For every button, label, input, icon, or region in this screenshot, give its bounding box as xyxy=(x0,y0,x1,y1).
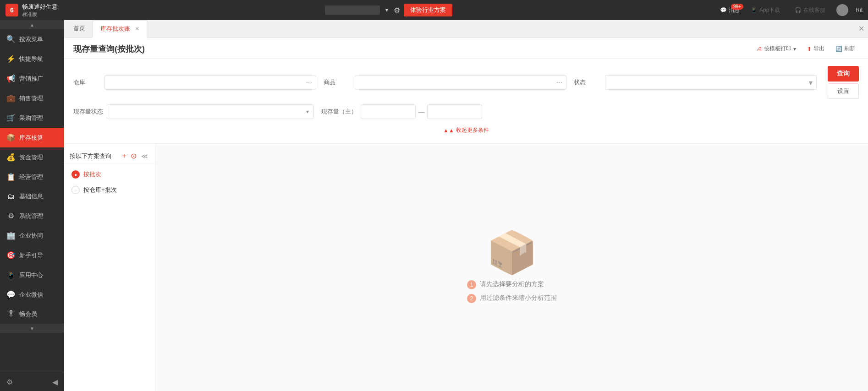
sidebar-scroll-up[interactable]: ▲ xyxy=(0,20,64,29)
sidebar-item-basic[interactable]: 🗂 基础信息 xyxy=(0,187,64,206)
status-input[interactable] xyxy=(605,77,805,88)
product-label: 商品 xyxy=(324,78,351,87)
step-1-num: 1 xyxy=(467,280,476,289)
sidebar-item-finance[interactable]: 💰 资金管理 xyxy=(0,147,64,167)
breadcrumb-input[interactable] xyxy=(325,5,380,15)
avatar[interactable] xyxy=(836,4,848,16)
sidebar-item-purchase[interactable]: 🛒 采购管理 xyxy=(0,108,64,128)
stock-qty-label: 现存量（主） xyxy=(321,108,357,116)
collapse-more-btn[interactable]: ▲▲ 收起更多条件 xyxy=(438,125,494,136)
wechat-icon: 💬 xyxy=(6,290,16,299)
scheme-panel: 按以下方案查询 ＋ ⊙ ≪ ● 按批次 ○ xyxy=(64,144,156,391)
export-icon: ⬆ xyxy=(807,46,812,52)
sidebar-item-newbie[interactable]: 🎯 新手引导 xyxy=(0,245,64,265)
message-icon: 💬 xyxy=(720,7,727,13)
sidebar: ▲ 🔍 搜索菜单 ⚡ 快捷导航 📢 营销推广 💼 销售管理 🛒 采购管理 📦 库… xyxy=(0,20,64,391)
content-area: 首页 库存批次账 ✕ ✕ 现存量查询(按批次) 🖨 按模板打印 ▾ xyxy=(64,20,868,391)
page-content: 现存量查询(按批次) 🖨 按模板打印 ▾ ⬆ 导出 🔄 刷新 xyxy=(64,38,868,391)
sidebar-item-sales[interactable]: 💼 销售管理 xyxy=(0,88,64,108)
sidebar-item-wechat[interactable]: 💬 企业微信 xyxy=(0,285,64,304)
stock-qty-min[interactable] xyxy=(361,104,416,119)
top-header: 6 畅康通好生意 标准版 ▾ ⚙ 体验行业方案 💬 消息 99+ 📱 App下载… xyxy=(0,0,868,20)
app-download-btn[interactable]: 📱 App下载 xyxy=(747,5,784,16)
content-body: 按以下方案查询 ＋ ⊙ ≪ ● 按批次 ○ xyxy=(64,144,868,391)
message-badge: 99+ xyxy=(731,4,743,10)
sidebar-item-label: 库存核算 xyxy=(19,134,43,142)
stock-qty-max[interactable] xyxy=(427,104,482,119)
add-scheme-btn[interactable]: ＋ xyxy=(121,151,128,161)
purchase-icon: 🛒 xyxy=(6,114,16,122)
sidebar-collapse-btn[interactable]: ◀ xyxy=(52,378,58,386)
sidebar-item-label: 应用中心 xyxy=(19,271,43,279)
page-title: 现存量查询(按批次) xyxy=(73,43,145,54)
sidebar-item-marketing[interactable]: 📢 营销推广 xyxy=(0,69,64,88)
collapse-row: ▲▲ 收起更多条件 xyxy=(73,125,859,136)
header-settings-btn[interactable]: ⚙ xyxy=(394,6,400,15)
product-input[interactable] xyxy=(355,77,553,88)
stock-qty-range: — xyxy=(361,104,482,119)
sidebar-item-search[interactable]: 🔍 搜索菜单 xyxy=(0,29,64,49)
header-center: ▾ ⚙ 体验行业方案 xyxy=(325,4,452,16)
sidebar-item-shortcut[interactable]: ⚡ 快捷导航 xyxy=(0,49,64,69)
filter-row-2: 现存量状态 ▾ 现存量（主） — xyxy=(73,104,859,119)
online-service-btn[interactable]: 🎧 在线客服 xyxy=(791,5,829,16)
empty-step-1: 1 请先选择要分析的方案 xyxy=(467,280,544,289)
scheme-item-warehouse-batch[interactable]: ○ 按仓库+批次 xyxy=(64,182,155,198)
trial-btn[interactable]: 体验行业方案 xyxy=(404,4,452,16)
product-input-wrap: ··· xyxy=(355,75,566,90)
newbie-icon: 🎯 xyxy=(6,251,16,260)
scheme-panel-collapse-btn[interactable]: ≪ xyxy=(139,151,150,161)
page-header: 现存量查询(按批次) 🖨 按模板打印 ▾ ⬆ 导出 🔄 刷新 xyxy=(64,38,868,59)
warehouse-more-btn[interactable]: ··· xyxy=(302,76,316,88)
range-dash: — xyxy=(418,109,424,115)
sidebar-item-operations[interactable]: 📋 经营管理 xyxy=(0,167,64,187)
refresh-btn[interactable]: 🔄 刷新 xyxy=(832,43,859,54)
sidebar-item-apps[interactable]: 📱 应用中心 xyxy=(0,265,64,285)
status-chevron-btn[interactable]: ▾ xyxy=(805,76,816,89)
sidebar-scroll-down[interactable]: ▼ xyxy=(0,324,64,333)
filter-panel: 仓库 ··· 商品 ··· xyxy=(64,59,868,144)
page-header-actions: 🖨 按模板打印 ▾ ⬆ 导出 🔄 刷新 xyxy=(753,43,859,54)
sidebar-bottom: ⚙ ◀ xyxy=(0,373,64,391)
tab-close-btn[interactable]: ✕ xyxy=(135,26,139,32)
chevron-down-icon: ▾ xyxy=(306,109,309,115)
print-icon: 🖨 xyxy=(757,46,762,52)
sidebar-item-label: 畅会员 xyxy=(19,310,37,318)
stock-status-select[interactable]: ▾ xyxy=(107,104,314,119)
settings-btn[interactable]: 设置 xyxy=(828,83,859,99)
tab-inventory-batch[interactable]: 库存批次账 ✕ xyxy=(93,21,147,38)
scheme-item-batch[interactable]: ● 按批次 xyxy=(64,167,155,182)
query-btn[interactable]: 查询 xyxy=(828,66,859,81)
apps-icon: 📱 xyxy=(6,271,16,279)
warehouse-input[interactable] xyxy=(105,77,302,88)
main-layout: ▲ 🔍 搜索菜单 ⚡ 快捷导航 📢 营销推广 💼 销售管理 🛒 采购管理 📦 库… xyxy=(0,20,868,391)
refresh-icon: 🔄 xyxy=(835,46,842,52)
enterprise-icon: 🏢 xyxy=(6,231,16,240)
scheme-settings-btn[interactable]: ⊙ xyxy=(131,151,137,161)
sidebar-settings-btn[interactable]: ⚙ xyxy=(6,378,13,386)
product-more-btn[interactable]: ··· xyxy=(553,76,566,88)
collapse-arrow-icon: ▲▲ xyxy=(443,127,454,134)
sidebar-item-label: 搜索菜单 xyxy=(19,35,43,43)
sidebar-item-label: 企业微信 xyxy=(19,291,43,299)
scheme-dot: ○ xyxy=(71,186,80,194)
sidebar-item-enterprise[interactable]: 🏢 企业协同 xyxy=(0,226,64,245)
stock-status-label: 现存量状态 xyxy=(73,108,103,116)
header-right: 💬 消息 99+ 📱 App下载 🎧 在线客服 Rit xyxy=(720,4,863,16)
finance-icon: 💰 xyxy=(6,153,16,162)
scheme-active-dot: ● xyxy=(71,170,80,179)
sidebar-item-vip[interactable]: 🎖 畅会员 xyxy=(0,304,64,324)
print-template-btn[interactable]: 🖨 按模板打印 ▾ xyxy=(753,43,800,54)
tab-bar-close-btn[interactable]: ✕ xyxy=(858,24,864,33)
dropdown-btn[interactable]: ▾ xyxy=(384,6,390,14)
warehouse-label: 仓库 xyxy=(73,78,101,87)
user-name: Rit xyxy=(856,7,863,13)
message-btn[interactable]: 💬 消息 99+ xyxy=(720,6,740,14)
vip-icon: 🎖 xyxy=(6,310,16,318)
basic-icon: 🗂 xyxy=(6,192,16,201)
export-btn[interactable]: ⬆ 导出 xyxy=(803,43,828,54)
sidebar-item-label: 基础信息 xyxy=(19,192,43,201)
tab-home[interactable]: 首页 xyxy=(64,20,93,37)
sidebar-item-system[interactable]: ⚙ 系统管理 xyxy=(0,206,64,226)
sidebar-item-inventory[interactable]: 📦 库存核算 xyxy=(0,128,64,147)
